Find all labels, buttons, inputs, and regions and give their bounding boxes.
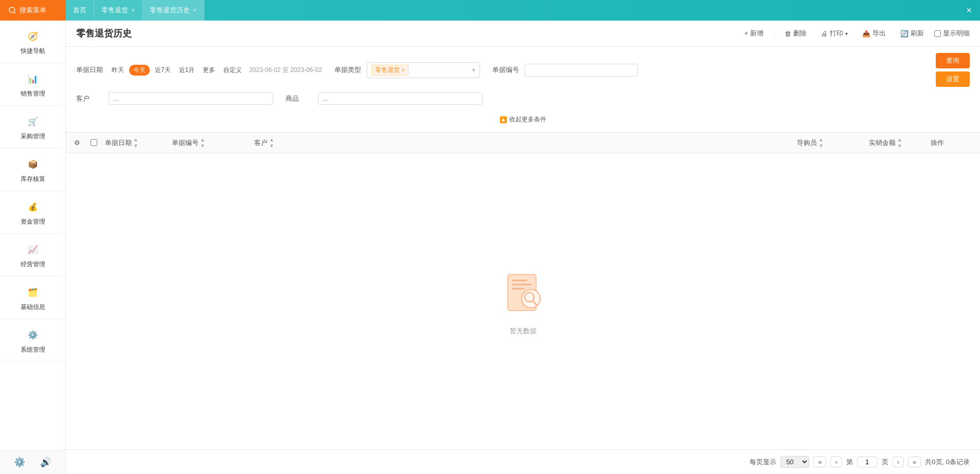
sidebar-item-purchase[interactable]: 🛒 采购管理 — [0, 106, 65, 149]
filter-area: 单据日期 昨天 今天 近7天 近1月 更多 自定义 2023-06-02 至 2… — [66, 47, 980, 133]
sales-icon: 📊 — [25, 70, 41, 87]
search-menu-btn[interactable]: 搜索菜单 — [0, 0, 66, 21]
th-amount-label: 实销金额 — [869, 138, 896, 148]
sidebar-item-basic-info[interactable]: 🗂️ 基础信息 — [0, 277, 65, 319]
sidebar-label-purchase: 采购管理 — [21, 132, 45, 141]
tab-retail-return-history-close[interactable]: × — [193, 7, 197, 14]
export-btn-label: 导出 — [872, 29, 886, 38]
page-actions: + 新增 🗑 删除 🖨 打印 ▾ 📤 导出 🔄 刷 — [740, 27, 970, 40]
settings-btn[interactable]: 设置 — [936, 71, 970, 87]
collapse-up-icon: 🔼 — [500, 116, 507, 123]
per-page-label: 每页显示 — [750, 458, 776, 467]
svg-rect-5 — [512, 288, 525, 289]
collapse-label: 收起更多条件 — [509, 115, 546, 124]
customer-filter-group: 客户 — [76, 92, 273, 105]
tab-retail-return-history[interactable]: 零售退货历史 × — [142, 0, 204, 21]
empty-svg — [497, 267, 549, 318]
date-filter-label: 单据日期 — [76, 65, 104, 75]
refresh-btn-label: 刷新 — [911, 29, 924, 38]
date-buttons: 昨天 今天 近7天 近1月 更多 自定义 — [109, 65, 245, 76]
sidebar-label-quick-nav: 快捷导航 — [21, 47, 45, 56]
th-customer-label: 客户 — [254, 138, 268, 148]
th-date[interactable]: 单据日期 ▲▼ — [105, 137, 172, 149]
date-1month-btn[interactable]: 近1月 — [176, 65, 198, 76]
search-label: 搜索菜单 — [20, 6, 46, 15]
tab-retail-return[interactable]: 零售退货 × — [94, 0, 142, 21]
th-customer-sort: ▲▼ — [269, 137, 274, 149]
type-filter-group: 单据类型 零售退货 × ▾ — [334, 62, 480, 78]
last-page-btn[interactable]: » — [908, 457, 921, 467]
export-icon: 📤 — [862, 30, 870, 38]
th-checkbox[interactable] — [91, 139, 105, 146]
sidebar-item-inventory[interactable]: 📦 库存核算 — [0, 149, 65, 191]
th-guide[interactable]: 导购员 ▲▼ — [797, 137, 869, 149]
bill-no-filter-group: 单据编号 — [492, 64, 638, 77]
sidebar-label-system: 系统管理 — [21, 345, 45, 354]
date-yesterday-btn[interactable]: 昨天 — [109, 65, 127, 76]
page-header: 零售退货历史 + 新增 🗑 删除 🖨 打印 ▾ 📤 导出 — [66, 21, 980, 47]
collapse-btn[interactable]: 🔼 收起更多条件 — [493, 113, 553, 126]
show-detail-checkbox[interactable] — [934, 30, 941, 37]
delete-btn[interactable]: 🗑 删除 — [780, 27, 811, 40]
print-btn-label: 打印 — [830, 29, 843, 38]
th-date-label: 单据日期 — [105, 138, 132, 148]
export-btn[interactable]: 📤 导出 — [858, 27, 890, 40]
sidebar-item-sales[interactable]: 📊 销售管理 — [0, 63, 65, 106]
th-amount[interactable]: 实销金额 ▲▼ — [869, 137, 931, 149]
prev-page-btn[interactable]: ‹ — [830, 457, 842, 467]
goods-filter-group: 商品 — [286, 92, 483, 105]
date-today-btn[interactable]: 今天 — [129, 65, 150, 76]
search-icon — [8, 6, 16, 14]
type-tag-label: 零售退货 — [375, 66, 400, 75]
th-customer[interactable]: 客户 ▲▼ — [254, 137, 797, 149]
sidebar-item-system[interactable]: ⚙️ 系统管理 — [0, 319, 65, 362]
next-page-btn[interactable]: › — [893, 457, 904, 467]
th-action-label: 操作 — [931, 138, 944, 148]
volume-btn[interactable]: 🔊 — [40, 457, 51, 468]
sidebar: 🧭 快捷导航 📊 销售管理 🛒 采购管理 📦 库存核算 💰 资金管理 📈 经营管… — [0, 21, 66, 474]
new-btn[interactable]: + 新增 — [740, 27, 768, 40]
print-btn[interactable]: 🖨 打印 ▾ — [817, 27, 852, 40]
svg-line-1 — [14, 12, 15, 13]
th-settings[interactable]: ⚙ — [74, 139, 91, 147]
th-bill-no[interactable]: 单据编号 ▲▼ — [172, 137, 254, 149]
per-page-select[interactable]: 50 1020100 — [780, 456, 809, 468]
basic-info-icon: 🗂️ — [25, 284, 41, 300]
empty-text: 暂无数据 — [510, 326, 537, 336]
empty-state: 暂无数据 — [66, 153, 980, 449]
tab-retail-return-close[interactable]: × — [131, 7, 135, 14]
date-custom-btn[interactable]: 自定义 — [220, 65, 245, 76]
tab-home[interactable]: 首页 — [66, 0, 94, 21]
settings-col-icon: ⚙ — [74, 139, 80, 147]
refresh-icon: 🔄 — [900, 30, 908, 38]
type-tag-remove[interactable]: × — [402, 67, 405, 73]
customer-label: 客户 — [76, 94, 104, 103]
finance-icon: 💰 — [25, 198, 41, 215]
table-header: ⚙ 单据日期 ▲▼ 单据编号 ▲▼ 客户 ▲▼ 导购员 — [66, 133, 980, 153]
goods-input[interactable] — [318, 92, 483, 105]
refresh-btn[interactable]: 🔄 刷新 — [896, 27, 928, 40]
window-close-btn[interactable]: × — [958, 5, 980, 16]
show-detail-checkbox-label[interactable]: 显示明细 — [934, 29, 970, 38]
settings-gear-btn[interactable]: ⚙️ — [14, 457, 25, 468]
th-bill-label: 单据编号 — [172, 138, 199, 148]
type-select-arrow: ▾ — [472, 67, 475, 74]
sidebar-item-finance[interactable]: 💰 资金管理 — [0, 191, 65, 234]
first-page-btn[interactable]: « — [813, 457, 826, 467]
sidebar-item-quick-nav[interactable]: 🧭 快捷导航 — [0, 21, 65, 63]
select-all-checkbox[interactable] — [91, 139, 97, 146]
type-select[interactable]: 零售退货 × ▾ — [367, 62, 480, 78]
page-unit: 页 — [882, 458, 888, 467]
divider-1 — [774, 29, 774, 38]
bill-no-input[interactable] — [525, 64, 638, 77]
sidebar-item-operations[interactable]: 📈 经营管理 — [0, 234, 65, 277]
tab-retail-return-label: 零售退货 — [101, 6, 128, 15]
date-range-display: 2023-06-02 至 2023-06-02 — [249, 66, 322, 75]
customer-input[interactable] — [109, 92, 273, 105]
print-arrow: ▾ — [845, 31, 848, 37]
date-more-btn[interactable]: 更多 — [200, 65, 218, 76]
query-btn[interactable]: 查询 — [936, 53, 970, 68]
date-7days-btn[interactable]: 近7天 — [152, 65, 174, 76]
page-input[interactable] — [857, 457, 878, 467]
purchase-icon: 🛒 — [25, 113, 41, 130]
